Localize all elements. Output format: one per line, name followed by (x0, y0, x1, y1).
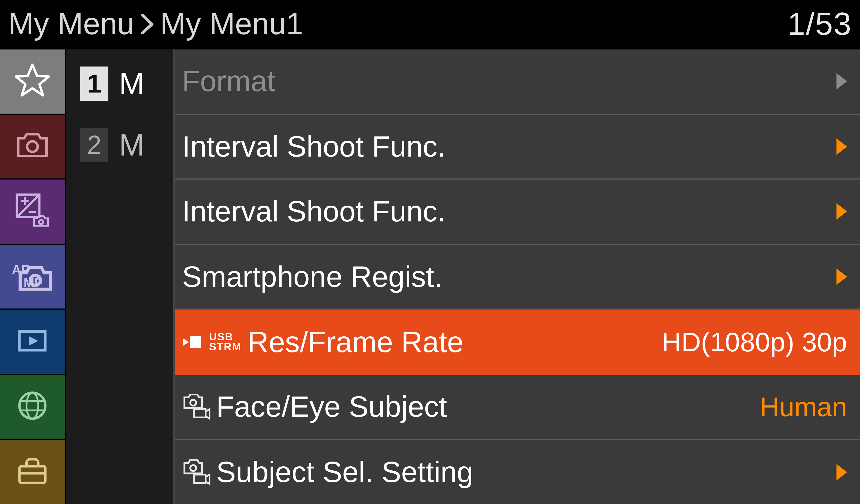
row-face-eye-subject[interactable]: Face/Eye Subject Human (175, 375, 860, 440)
row-smartphone-regist[interactable]: Smartphone Regist. (175, 245, 860, 310)
chevron-right-icon (836, 204, 847, 220)
camera-menu-screen: My Menu My Menu1 1/53 (0, 0, 860, 504)
exposure-icon (13, 192, 51, 232)
movie-icon (182, 332, 203, 351)
camera-icon (13, 127, 51, 167)
star-icon (13, 61, 51, 102)
chevron-right-icon (836, 73, 847, 90)
tab-shooting[interactable] (0, 115, 65, 180)
page-counter: 1/53 (787, 5, 852, 42)
af-mf-icon: AF MF (12, 264, 53, 290)
tab-playback[interactable] (0, 310, 65, 375)
tab-exposure[interactable] (0, 180, 65, 245)
row-res-frame-rate[interactable]: USB STRM Res/Frame Rate HD(1080p) 30p (175, 310, 860, 375)
svg-point-0 (27, 141, 38, 152)
row-value: Human (760, 391, 847, 423)
row-interval-shoot-2[interactable]: Interval Shoot Func. (175, 180, 860, 245)
svg-point-5 (19, 393, 45, 419)
tab-network[interactable] (0, 375, 65, 440)
row-label: Res/Frame Rate (247, 325, 463, 359)
header-bar: My Menu My Menu1 1/53 (0, 0, 860, 47)
tab-focus[interactable]: AF MF (0, 245, 65, 310)
row-value: HD(1080p) 30p (662, 326, 847, 358)
breadcrumb-current: My Menu1 (160, 6, 303, 41)
svg-rect-8 (190, 336, 201, 348)
breadcrumb-root: My Menu (8, 6, 134, 41)
still-video-icon (182, 459, 210, 485)
main-area: AF MF (0, 47, 860, 504)
svg-point-6 (27, 393, 39, 419)
page-list: 1 M 2 M (66, 49, 175, 504)
svg-rect-10 (194, 409, 206, 417)
svg-point-2 (39, 220, 43, 224)
page-number-badge: 2 (80, 128, 109, 162)
page-list-item-1[interactable]: 1 M (66, 53, 173, 114)
row-label: Face/Eye Subject (216, 390, 447, 424)
tab-setup[interactable] (0, 440, 65, 504)
chevron-right-icon (836, 138, 847, 155)
row-label: Format (182, 64, 275, 99)
globe-icon (13, 387, 51, 427)
toolbox-icon (13, 452, 51, 492)
row-label: Interval Shoot Func. (182, 194, 445, 229)
svg-point-9 (190, 400, 196, 406)
page-label: M (119, 127, 144, 162)
tab-my-menu[interactable] (0, 49, 65, 115)
chevron-right-icon (836, 269, 847, 285)
row-label: Smartphone Regist. (182, 260, 442, 294)
page-number-badge: 1 (80, 66, 109, 101)
row-label: Subject Sel. Setting (216, 455, 473, 489)
svg-rect-12 (194, 474, 206, 483)
row-subject-sel-setting[interactable]: Subject Sel. Setting (175, 440, 860, 504)
row-interval-shoot-1[interactable]: Interval Shoot Func. (175, 115, 860, 180)
svg-point-3 (30, 275, 40, 285)
playback-icon (13, 322, 51, 362)
row-label: Interval Shoot Func. (182, 130, 445, 164)
row-format[interactable]: Format (175, 49, 860, 115)
side-tab-bar: AF MF (0, 49, 66, 504)
settings-list: Format Interval Shoot Func. Interval Sho… (175, 49, 860, 504)
breadcrumb: My Menu My Menu1 (8, 6, 303, 41)
still-video-icon (182, 394, 210, 420)
page-label: M (119, 66, 144, 101)
chevron-right-icon (836, 464, 847, 480)
svg-point-11 (190, 465, 196, 471)
breadcrumb-separator-icon (140, 6, 154, 41)
usb-strm-icon: USB STRM (209, 332, 242, 351)
page-list-item-2[interactable]: 2 M (66, 114, 173, 175)
